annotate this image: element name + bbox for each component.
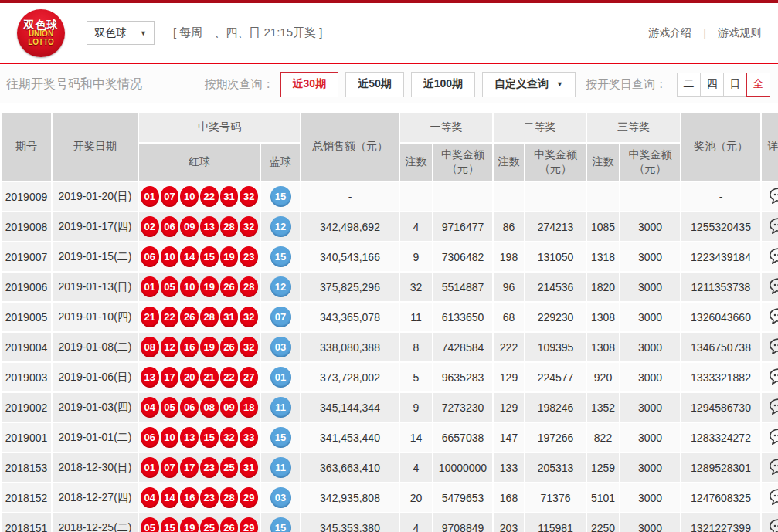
first-prize-count-cell: 5 (400, 363, 432, 391)
red-ball: 13 (200, 216, 219, 237)
day-button-sun[interactable]: 日 (723, 73, 747, 97)
red-ball: 21 (141, 307, 159, 327)
blue-ball-wrap: 12 (263, 216, 298, 237)
comment-bubble-icon[interactable] (769, 368, 778, 385)
third-prize-amount-cell: 3000 (620, 242, 680, 271)
blue-ball: 12 (270, 276, 291, 297)
first-prize-amount-cell: 10000000 (433, 453, 492, 482)
comment-bubble-icon[interactable] (769, 217, 778, 235)
custom-query-dropdown[interactable]: 自定义查询 ▼ (482, 72, 576, 97)
red-balls-cell: 081216192632 (139, 333, 260, 361)
second-prize-count-cell: 147 (494, 423, 524, 452)
table-row: 2018152 2018-12-27(四) 041416232829 03 34… (2, 483, 778, 512)
red-ball: 16 (180, 487, 199, 508)
blue-ball-cell: 11 (261, 393, 300, 422)
comment-bubble-icon[interactable] (769, 337, 778, 355)
logo-text-lotto: LOTTO (28, 39, 54, 47)
col-header-second-prize: 二等奖 (494, 113, 586, 142)
issue-cell: 2018153 (2, 453, 51, 482)
blue-ball-wrap: 01 (263, 367, 298, 388)
red-ball: 26 (180, 307, 199, 327)
day-button-thu[interactable]: 四 (700, 73, 724, 97)
comment-bubble-icon[interactable] (769, 398, 778, 415)
red-ball: 31 (220, 307, 239, 327)
col-header-second-count: 注数 (494, 144, 524, 181)
issue-cell: 2018152 (2, 483, 51, 512)
header-nav: 游戏介绍 | 游戏规则 (648, 26, 761, 40)
red-ball: 23 (200, 487, 219, 508)
issue-cell: 2019001 (2, 423, 51, 452)
second-prize-amount-cell: – (525, 182, 586, 211)
col-header-first-amount: 中奖金额（元） (433, 144, 492, 181)
red-ball: 19 (220, 246, 239, 267)
red-ball: 28 (200, 307, 219, 327)
comment-bubble-icon[interactable] (769, 458, 778, 476)
table-row: 2019002 2019-01-03(四) 040506080918 11 34… (2, 393, 778, 422)
red-balls: 040506080918 (141, 397, 258, 418)
prize-pool-cell: 1294586730 (681, 393, 760, 422)
first-prize-count-cell: 20 (400, 483, 432, 512)
period-button-recent-100[interactable]: 近100期 (411, 72, 475, 97)
third-prize-amount-cell: 3000 (620, 513, 680, 532)
total-sales-cell: 341,453,440 (301, 423, 399, 452)
nav-game-rules[interactable]: 游戏规则 (718, 26, 761, 40)
red-ball: 32 (240, 337, 258, 357)
third-prize-count-cell: 1308 (587, 303, 619, 331)
third-prize-amount-cell: 3000 (620, 363, 680, 391)
red-ball: 01 (141, 276, 159, 297)
first-prize-count-cell: 32 (400, 273, 432, 301)
nav-game-intro[interactable]: 游戏介绍 (648, 26, 691, 40)
col-header-first-prize: 一等奖 (400, 113, 492, 142)
issue-cell: 2019008 (2, 212, 51, 241)
prize-pool-cell: 1289528301 (681, 453, 760, 482)
red-ball: 04 (141, 397, 159, 418)
comment-bubble-icon[interactable] (769, 187, 778, 205)
logo-text-cn: 双色球 (24, 19, 59, 31)
red-ball: 18 (240, 397, 258, 418)
comment-bubble-icon[interactable] (769, 277, 778, 295)
red-balls: 020609132832 (141, 216, 258, 237)
total-sales-cell: 343,365,078 (301, 303, 399, 331)
game-select-value: 双色球 (94, 26, 127, 40)
day-button-tue[interactable]: 二 (677, 73, 701, 97)
red-ball: 29 (240, 487, 258, 508)
prize-pool-cell: 1283324272 (681, 423, 760, 452)
issue-cell: 2019002 (2, 393, 51, 422)
page: 双色球 UNION LOTTO 双色球 ▼ [ 每周二、四、日 21:15开奖 … (0, 0, 778, 532)
red-ball: 10 (180, 276, 199, 297)
comment-bubble-icon[interactable] (769, 428, 778, 446)
red-balls: 010510192628 (141, 276, 258, 297)
prize-pool-cell: 1333321882 (681, 363, 760, 391)
third-prize-amount-cell: 3000 (620, 303, 680, 331)
chevron-down-icon: ▼ (140, 29, 147, 37)
table-row: 2019003 2019-01-06(日) 131720212227 01 37… (2, 363, 778, 391)
results-tbody: 2019009 2019-01-20(日) 010710223132 15 - … (2, 182, 778, 532)
comment-bubble-icon[interactable] (769, 488, 778, 506)
period-button-recent-50[interactable]: 近50期 (345, 72, 404, 97)
section-title: 往期开奖号码和中奖情况 (6, 76, 142, 93)
prize-pool-cell: 1223439184 (681, 242, 760, 271)
red-ball: 32 (220, 427, 239, 448)
second-prize-count-cell: 198 (494, 242, 524, 271)
red-balls: 081216192632 (141, 337, 258, 357)
issue-cell: 2019007 (2, 242, 51, 271)
period-button-recent-30[interactable]: 近30期 (280, 72, 339, 97)
red-balls-cell: 051519252629 (139, 513, 260, 532)
red-ball: 17 (161, 367, 179, 388)
results-table-header: 期号 开奖日期 中奖号码 总销售额（元） 一等奖 二等奖 三等奖 奖池（元） 详… (2, 113, 778, 181)
comment-bubble-icon[interactable] (769, 247, 778, 265)
comment-bubble-icon[interactable] (769, 518, 778, 532)
second-prize-count-cell: 222 (494, 333, 524, 361)
comment-bubble-icon[interactable] (769, 307, 778, 325)
first-prize-count-cell: 4 (400, 453, 432, 482)
blue-ball-wrap: 15 (263, 427, 298, 448)
red-balls-cell: 010710223132 (139, 182, 260, 211)
red-ball: 31 (220, 186, 239, 207)
day-button-all[interactable]: 全 (746, 73, 770, 97)
day-button-group: 二 四 日 全 (678, 73, 770, 97)
red-balls-cell: 041416232829 (139, 483, 260, 512)
first-prize-amount-cell: – (433, 182, 492, 211)
game-select-dropdown[interactable]: 双色球 ▼ (87, 21, 155, 45)
red-ball: 01 (141, 457, 159, 478)
table-row: 2019005 2019-01-10(四) 212226283132 07 34… (2, 303, 778, 331)
